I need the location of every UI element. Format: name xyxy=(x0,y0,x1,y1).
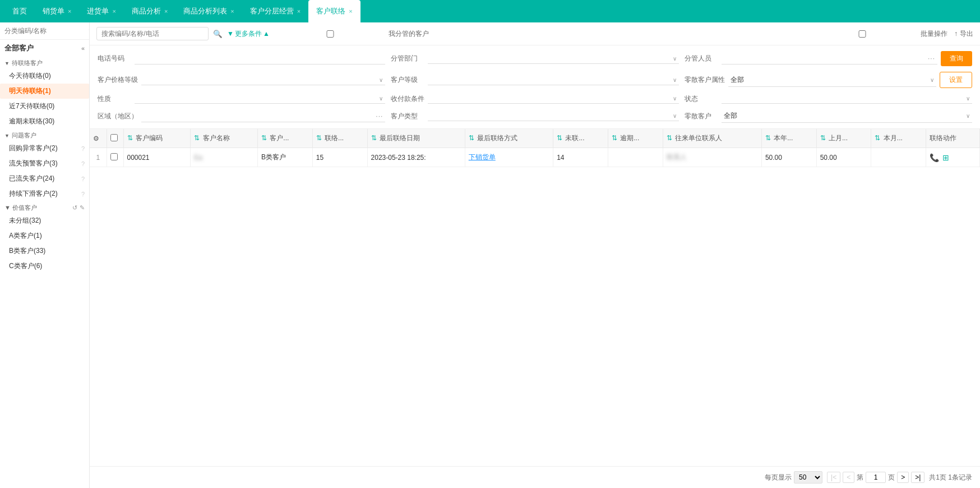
filter-nature-select[interactable]: ∨ xyxy=(135,94,385,104)
value-group-edit-icon[interactable]: ✎ xyxy=(80,204,85,211)
td-checkbox[interactable] xyxy=(107,148,123,167)
th-this-year[interactable]: ⇅ 本年... xyxy=(761,129,816,148)
page-nav: |< < 第 页 > >| xyxy=(827,472,924,483)
filter-customer-type: 客户类型 ∨ xyxy=(391,109,678,123)
sidebar-item-7days[interactable]: 近7天待联络(0) xyxy=(0,99,89,114)
my-customers-checkbox-label[interactable]: 我分管的客户 xyxy=(274,29,429,39)
nav-sales-close[interactable]: × xyxy=(68,8,71,15)
filter-phone-label: 电话号码 xyxy=(98,54,131,63)
filter-icon: ▼ xyxy=(227,30,234,38)
action-grid-icon[interactable]: ⊞ xyxy=(942,153,949,162)
prev-page-btn[interactable]: < xyxy=(843,472,854,483)
filter-customer-type-label: 客户类型 xyxy=(391,112,424,121)
th-overdue[interactable]: ⇅ 逾期... xyxy=(608,129,663,148)
filter-price-level-label: 客户价格等级 xyxy=(98,75,138,85)
nav-customer-tier-close[interactable]: × xyxy=(297,8,301,15)
filter-region-select[interactable]: ··· xyxy=(141,111,385,122)
sidebar-item-class-c[interactable]: C类客户(6) xyxy=(0,259,89,274)
search-input[interactable] xyxy=(96,27,209,40)
th-last-contact-date[interactable]: ⇅ 最后联络日期 xyxy=(367,129,465,148)
filter-customer-level-select[interactable]: ∨ xyxy=(428,75,678,85)
sidebar-all-customers[interactable]: 全部客户 « xyxy=(0,40,89,57)
th-customer-name[interactable]: ⇅ 客户名称 xyxy=(191,129,258,148)
th-last-month[interactable]: ⇅ 上月... xyxy=(816,129,871,148)
td-last-contact-method[interactable]: 下销货单 xyxy=(465,148,553,167)
nav-customer-contact-close[interactable]: × xyxy=(349,8,352,15)
filter-dept-select[interactable]: ∨ xyxy=(428,54,678,64)
sidebar-item-tomorrow[interactable]: 明天待联络(1) xyxy=(0,84,89,99)
next-page-btn[interactable]: > xyxy=(897,472,909,483)
nav-product-analysis[interactable]: 商品分析 × xyxy=(124,0,175,22)
sort-icon-last-month: ⇅ xyxy=(820,134,826,142)
sidebar-item-repurchase[interactable]: 回购异常客户(2) ? xyxy=(0,141,89,156)
nav-purchase[interactable]: 进货单 × xyxy=(79,0,123,22)
page-input[interactable] xyxy=(866,472,886,483)
query-button[interactable]: 查询 xyxy=(941,51,972,66)
td-last-month: 50.00 xyxy=(816,148,871,167)
select-all-checkbox[interactable] xyxy=(110,134,118,141)
batch-op-checkbox[interactable] xyxy=(806,30,918,38)
th-contact-count[interactable]: ⇅ 联络... xyxy=(312,129,367,148)
value-group-refresh-icon[interactable]: ↺ xyxy=(72,204,77,211)
sidebar-group-problem: 问题客户 xyxy=(0,129,89,141)
nav-customer-tier[interactable]: 客户分层经营 × xyxy=(242,0,308,22)
search-bar: 🔍 ▼ 更多条件 ▲ 我分管的客户 批量操作 ↑ 导出 xyxy=(90,22,980,45)
filter-region-label: 区域（地区） xyxy=(98,112,138,121)
nav-product-list-close[interactable]: × xyxy=(230,8,234,15)
action-phone-icon[interactable]: 📞 xyxy=(930,153,939,162)
th-action: 联络动作 xyxy=(926,129,980,148)
sidebar-item-churn-warning[interactable]: 流失预警客户(3) ? xyxy=(0,156,89,171)
th-this-month[interactable]: ⇅ 本月... xyxy=(871,129,926,148)
filter-phone-input[interactable] xyxy=(135,53,385,65)
th-no-contact[interactable]: ⇅ 未联... xyxy=(553,129,608,148)
my-customers-checkbox[interactable] xyxy=(274,30,386,38)
nav-product-analysis-close[interactable]: × xyxy=(164,8,168,15)
sidebar-item-churned[interactable]: 已流失客户(24) ? xyxy=(0,171,89,186)
th-customer-type[interactable]: ⇅ 客户... xyxy=(257,129,312,148)
sidebar-item-class-b[interactable]: B类客户(33) xyxy=(0,243,89,259)
retail-attr-chevron-icon: ∨ xyxy=(930,77,934,83)
settings-icon[interactable]: ⚙ xyxy=(93,135,99,142)
th-unit-contact[interactable]: ⇅ 往来单位联系人 xyxy=(663,129,761,148)
sidebar-item-declining[interactable]: 持续下滑客户(2) ? xyxy=(0,186,89,201)
sidebar-search-input[interactable] xyxy=(4,27,89,35)
th-checkbox[interactable] xyxy=(107,129,123,148)
td-contact-count: 15 xyxy=(312,148,367,167)
sort-icon-date: ⇅ xyxy=(371,134,377,142)
nav-purchase-close[interactable]: × xyxy=(112,8,115,15)
contact-method-link[interactable]: 下销货单 xyxy=(469,153,496,161)
export-btn[interactable]: ↑ 导出 xyxy=(954,29,973,39)
nav-home[interactable]: 首页 xyxy=(4,0,35,22)
filter-dept: 分管部门 ∨ xyxy=(391,51,678,66)
sidebar-item-ungrouped[interactable]: 未分组(32) xyxy=(0,213,89,228)
search-button[interactable]: 🔍 xyxy=(213,30,223,38)
filter-customer-type-select[interactable]: ∨ xyxy=(428,111,678,121)
filter-price-level-select[interactable]: ∨ xyxy=(141,75,385,85)
filter-payment: 收付款条件 ∨ xyxy=(391,94,678,104)
filter-retail-attr-select[interactable]: 全部 ∨ xyxy=(728,73,936,87)
row-checkbox[interactable] xyxy=(110,153,118,160)
nav-sales[interactable]: 销货单 × xyxy=(35,0,79,22)
nature-chevron-icon: ∨ xyxy=(379,95,383,102)
filter-status-label: 状态 xyxy=(685,94,718,104)
sort-icon-name: ⇅ xyxy=(194,134,200,142)
sidebar-item-class-a[interactable]: A类客户(1) xyxy=(0,228,89,243)
first-page-btn[interactable]: |< xyxy=(827,472,840,483)
per-page-select[interactable]: 50 100 200 xyxy=(794,471,822,484)
filter-retail-customer-select[interactable]: 全部 ∨ xyxy=(722,109,972,123)
th-last-contact-method[interactable]: ⇅ 最后联络方式 xyxy=(465,129,553,148)
th-customer-code[interactable]: ⇅ 客户编码 xyxy=(123,129,191,148)
filter-manager-select[interactable]: ··· xyxy=(722,53,937,65)
th-settings[interactable]: ⚙ xyxy=(90,129,107,148)
sidebar-item-today[interactable]: 今天待联络(0) xyxy=(0,68,89,84)
last-page-btn[interactable]: >| xyxy=(911,472,924,483)
filter-status-select[interactable]: ∨ xyxy=(722,94,972,104)
filter-payment-select[interactable]: ∨ xyxy=(428,94,678,104)
nav-customer-contact[interactable]: 客户联络 × xyxy=(308,0,360,22)
set-button[interactable]: 设置 xyxy=(940,72,972,88)
batch-op-btn[interactable]: 批量操作 xyxy=(806,29,947,39)
more-conditions-btn[interactable]: ▼ 更多条件 ▲ xyxy=(227,29,270,39)
nav-product-list[interactable]: 商品分析列表 × xyxy=(175,0,242,22)
sidebar-item-overdue[interactable]: 逾期未联络(30) xyxy=(0,114,89,129)
customer-name-value: Ea xyxy=(194,154,202,162)
